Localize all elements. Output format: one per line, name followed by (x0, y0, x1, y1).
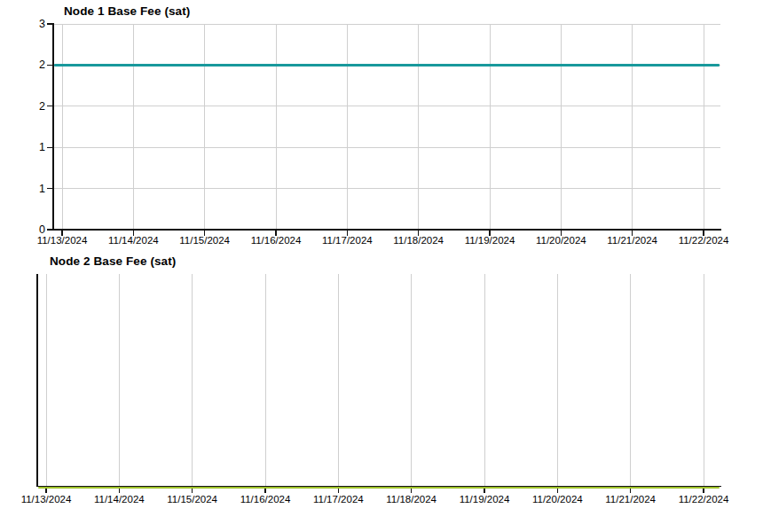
x-tick-label: 11/17/2024 (306, 493, 370, 505)
x-tick-label: 11/21/2024 (599, 493, 663, 505)
x-tick-label: 11/14/2024 (87, 493, 151, 505)
v-gridline (411, 274, 412, 486)
v-gridline (192, 274, 193, 486)
v-gridline (630, 274, 631, 486)
x-tick-label: 11/19/2024 (452, 493, 516, 505)
x-tick-label: 11/13/2024 (14, 493, 78, 505)
charts-panel: Node 1 Base Fee (sat) 11/13/202411/14/20… (0, 0, 763, 532)
series-line (54, 64, 720, 66)
series-line (38, 487, 720, 489)
v-gridline (119, 274, 120, 486)
plot-area: 11/13/202411/14/202411/15/202411/16/2024… (0, 0, 763, 532)
y-axis (36, 274, 38, 487)
v-gridline (484, 274, 485, 486)
x-tick-label: 11/20/2024 (525, 493, 589, 505)
v-gridline (46, 274, 47, 486)
x-tick-label: 11/18/2024 (380, 493, 444, 505)
v-gridline (338, 274, 339, 486)
v-gridline (265, 274, 266, 486)
v-gridline (704, 274, 704, 486)
x-tick-label: 11/22/2024 (672, 493, 735, 505)
x-tick-label: 11/16/2024 (233, 493, 297, 505)
x-tick-label: 11/15/2024 (161, 493, 224, 505)
v-gridline (557, 274, 558, 486)
